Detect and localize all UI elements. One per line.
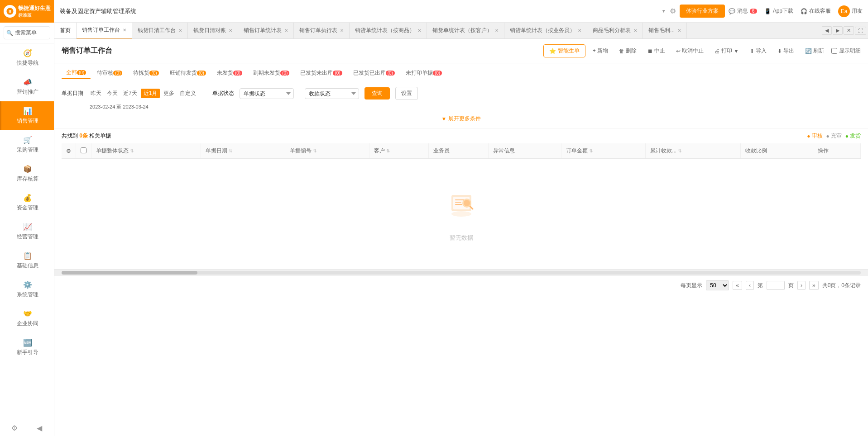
date-today[interactable]: 今天 bbox=[105, 89, 120, 98]
sidebar-item-collab[interactable]: 🤝企业协同 bbox=[0, 304, 54, 333]
tab-sales-stat-customer[interactable]: 销货单统计表（按客户）✕ bbox=[427, 23, 504, 39]
tab-home[interactable]: 首页 bbox=[54, 23, 77, 39]
online-service-button[interactable]: 🎧 在线客服 bbox=[801, 7, 831, 15]
industry-solution-button[interactable]: 体验行业方案 bbox=[680, 5, 725, 18]
result-actions: ● 审核 ● 充审 ● 发货 bbox=[807, 132, 861, 140]
tab-sales-stat-product[interactable]: 销货单统计表（按商品）✕ bbox=[350, 23, 427, 39]
tab-close-cash-reconcile[interactable]: ✕ bbox=[229, 28, 232, 33]
new-button[interactable]: + 新增 bbox=[589, 45, 612, 57]
prev-page-button[interactable]: ‹ bbox=[746, 281, 754, 290]
detail-checkbox-label[interactable]: 显示明细 bbox=[831, 47, 861, 55]
tab-nav-prev[interactable]: ◀ bbox=[822, 26, 832, 35]
sidebar-item-inventory[interactable]: 📦库存核算 bbox=[0, 159, 54, 188]
sidebar-item-system[interactable]: ⚙️系统管理 bbox=[0, 275, 54, 304]
next-page-button[interactable]: › bbox=[797, 281, 806, 290]
tab-sales-stat[interactable]: 销售订单统计表✕ bbox=[238, 23, 294, 39]
tab-close-sales-stat-staff[interactable]: ✕ bbox=[578, 28, 581, 33]
tab-gross-profit[interactable]: 商品毛利分析表✕ bbox=[587, 23, 643, 39]
sidebar-item-base[interactable]: 📋基础信息 bbox=[0, 246, 54, 275]
query-button[interactable]: 查询 bbox=[364, 87, 390, 100]
tab-sales-exec[interactable]: 销售订单执行表✕ bbox=[294, 23, 350, 39]
collapse-icon[interactable]: ◀ bbox=[29, 424, 51, 432]
tab-nav-next[interactable]: ▶ bbox=[833, 26, 843, 35]
tab-close-sales-stat-customer[interactable]: ✕ bbox=[495, 28, 499, 33]
tab-nav-maximize[interactable]: ⛶ bbox=[855, 27, 866, 35]
page-input[interactable]: 1 bbox=[767, 281, 785, 290]
sidebar-item-sales[interactable]: 📊销售管理 bbox=[0, 101, 54, 130]
export-button[interactable]: ⬇ 导出 bbox=[774, 45, 798, 57]
user-menu[interactable]: Ea 用友 bbox=[838, 5, 863, 17]
tab-close-sales-stat-product[interactable]: ✕ bbox=[417, 28, 421, 33]
sort-number-icon[interactable]: ⇅ bbox=[313, 148, 317, 153]
stop-button[interactable]: ⏹ 中止 bbox=[644, 45, 669, 57]
tab-nav-close[interactable]: ✕ bbox=[844, 26, 854, 35]
tab-close-cash-daily[interactable]: ✕ bbox=[178, 28, 182, 33]
sort-amount-icon[interactable]: ⇅ bbox=[589, 148, 593, 153]
refresh-button[interactable]: 🔄 刷新 bbox=[801, 45, 828, 57]
subtab-pending-inspect[interactable]: 待拣货(0) bbox=[129, 67, 163, 79]
tab-sales-more[interactable]: 销售毛利...✕ bbox=[643, 23, 687, 39]
tab-close-gross-profit[interactable]: ✕ bbox=[633, 28, 637, 33]
status-filter-select[interactable]: 单据状态 bbox=[240, 88, 294, 99]
tab-close-sales-workbench[interactable]: ✕ bbox=[123, 28, 126, 33]
tab-close-sales-exec[interactable]: ✕ bbox=[340, 28, 344, 33]
tab-sales-stat-staff[interactable]: 销货单统计表（按业务员）✕ bbox=[504, 23, 587, 39]
topbar-right: 💬 消息 6 📱 App下载 🎧 在线客服 Ea 用友 bbox=[729, 5, 863, 17]
void-button[interactable]: ● 充审 bbox=[826, 132, 842, 140]
last-page-button[interactable]: » bbox=[809, 281, 819, 290]
sidebar-item-quick-nav[interactable]: 🧭快捷导航 bbox=[0, 43, 54, 72]
sidebar-item-purchase[interactable]: 🛒采购管理 bbox=[0, 130, 54, 159]
search-menu-button[interactable]: 🔍 搜索菜单 bbox=[4, 26, 50, 39]
set-button[interactable]: 设置 bbox=[395, 87, 418, 100]
sidebar-item-marketing[interactable]: 📣营销推广 bbox=[0, 72, 54, 101]
tab-cash-reconcile[interactable]: 钱货日清对账✕ bbox=[188, 23, 238, 39]
tab-list: 首页销售订单工作台✕钱货日清工作台✕钱货日清对账✕销售订单统计表✕销售订单执行表… bbox=[54, 23, 820, 39]
message-button[interactable]: 💬 消息 6 bbox=[729, 7, 757, 15]
date-1month[interactable]: 近1月 bbox=[141, 89, 160, 98]
audit-button[interactable]: ● 审核 bbox=[807, 132, 822, 140]
app-download-button[interactable]: 📱 App下载 bbox=[764, 7, 793, 15]
date-filter-label: 单据日期 bbox=[62, 90, 83, 97]
subtab-overdue-ship[interactable]: 到期未发货(0) bbox=[249, 67, 294, 79]
subtab-shipped-not-out[interactable]: 已发货未出库(0) bbox=[296, 67, 346, 79]
sidebar-item-guide[interactable]: 🆕新手引导 bbox=[0, 333, 54, 362]
tab-close-sales-more[interactable]: ✕ bbox=[677, 28, 681, 33]
subtab-shipped-out[interactable]: 已发货已出库(0) bbox=[349, 67, 399, 79]
settings-icon[interactable]: ⚙ bbox=[4, 424, 25, 432]
first-page-button[interactable]: « bbox=[733, 281, 742, 290]
print-button[interactable]: 🖨 打印 ▼ bbox=[711, 45, 743, 57]
subtab-pending-review[interactable]: 待审核(0) bbox=[92, 67, 127, 79]
date-7days[interactable]: 近7天 bbox=[121, 89, 139, 98]
th-checkbox[interactable] bbox=[76, 143, 91, 159]
tab-cash-daily[interactable]: 钱货日清工作台✕ bbox=[132, 23, 188, 39]
subtab-wangpu-ship[interactable]: 旺铺待发货(0) bbox=[165, 67, 211, 79]
import-button[interactable]: ⬆ 导入 bbox=[746, 45, 770, 57]
sort-status-icon[interactable]: ⇅ bbox=[130, 148, 134, 153]
sort-date-icon[interactable]: ⇅ bbox=[229, 148, 232, 153]
th-config[interactable]: ⚙ bbox=[62, 143, 76, 159]
subtab-not-printed[interactable]: 未打印单据(0) bbox=[401, 67, 446, 79]
smart-create-button[interactable]: ⭐ 智能生单 bbox=[543, 44, 585, 57]
payment-status-select[interactable]: 收款状态 bbox=[305, 88, 359, 99]
delete-button[interactable]: 🗑 删除 bbox=[615, 45, 640, 57]
date-yesterday[interactable]: 昨天 bbox=[89, 89, 103, 98]
sidebar-item-operation[interactable]: 📈经营管理 bbox=[0, 217, 54, 246]
expand-more-button[interactable]: ▼ 展开更多条件 bbox=[440, 113, 483, 124]
sort-collected-icon[interactable]: ⇅ bbox=[678, 148, 681, 153]
date-custom[interactable]: 自定义 bbox=[178, 89, 198, 98]
scrollbar-thumb[interactable] bbox=[62, 271, 197, 275]
tab-sales-workbench[interactable]: 销售订单工作台✕ bbox=[77, 23, 132, 39]
select-all-checkbox[interactable] bbox=[81, 147, 86, 153]
subtab-not-shipped[interactable]: 未发货(0) bbox=[212, 67, 247, 79]
ship-button[interactable]: ● 发货 bbox=[845, 132, 861, 140]
date-more[interactable]: 更多 bbox=[162, 89, 176, 98]
tab-close-sales-stat[interactable]: ✕ bbox=[284, 28, 288, 33]
cancel-stop-button[interactable]: ↩ 取消中止 bbox=[672, 45, 707, 57]
topbar-settings-icon[interactable]: ⚙ bbox=[670, 7, 676, 15]
detail-checkbox[interactable] bbox=[831, 48, 837, 54]
nav-label-operation: 经营管理 bbox=[17, 233, 38, 241]
subtab-all[interactable]: 全部(0) bbox=[62, 67, 91, 79]
per-page-select[interactable]: 50 10 20 100 bbox=[706, 280, 729, 290]
sidebar-item-finance[interactable]: 💰资金管理 bbox=[0, 188, 54, 217]
sort-customer-icon[interactable]: ⇅ bbox=[386, 148, 390, 153]
